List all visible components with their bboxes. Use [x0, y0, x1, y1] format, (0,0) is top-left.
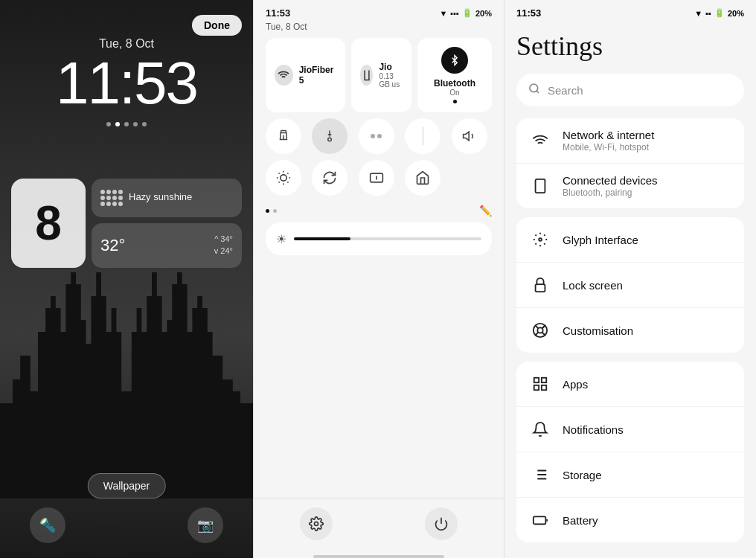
- brightness-track: [294, 237, 481, 240]
- dot-4: [133, 122, 138, 126]
- network-icon: [528, 129, 552, 153]
- mobile-name: Jio: [379, 62, 403, 72]
- rotate-toggle[interactable]: [312, 160, 347, 196]
- brightness-slider[interactable]: ☀: [266, 222, 492, 255]
- mobile-tile-icon: [360, 65, 374, 86]
- settings-time: 11:53: [516, 7, 541, 19]
- brightness-toggle[interactable]: [266, 160, 301, 196]
- lockscreen-date: Tue, 8 Oct: [0, 37, 253, 51]
- qs-dots: [266, 209, 277, 213]
- settings-item-lockscreen[interactable]: Lock screen: [516, 263, 744, 308]
- connected-item-text: Connected devices Bluetooth, pairing: [563, 174, 658, 198]
- qs-date: Tue, 8 Oct: [254, 22, 504, 38]
- settings-panel: 11:53 ▼ ▪▪ 🔋 20% Settings Search: [504, 0, 756, 558]
- svg-rect-32: [542, 378, 546, 382]
- svg-marker-3: [463, 132, 469, 141]
- svg-rect-41: [534, 516, 546, 524]
- dot-page-2: [273, 209, 277, 213]
- wallpaper-button[interactable]: Wallpaper: [88, 473, 166, 498]
- svg-point-15: [315, 522, 318, 526]
- svg-point-4: [281, 175, 286, 181]
- temp-main: 32°: [100, 236, 125, 255]
- svg-rect-34: [542, 385, 546, 390]
- network-title: Network & internet: [563, 129, 654, 141]
- weather-condition-label: Hazy sunshine: [129, 191, 192, 204]
- bluetooth-tile[interactable]: Bluetooth On: [417, 38, 492, 112]
- settings-button[interactable]: [300, 507, 333, 540]
- home-toggle[interactable]: [405, 160, 441, 196]
- settings-group-interface: Glyph Interface Lock screen: [516, 217, 744, 353]
- divider-toggle: [405, 118, 441, 154]
- lockscreen-time-section: Tue, 8 Oct 11:53: [0, 37, 253, 126]
- temp-toggle[interactable]: [312, 118, 347, 154]
- lockscreen-settings-title: Lock screen: [563, 279, 623, 292]
- battery-pct: 20%: [475, 9, 492, 18]
- settings-item-battery[interactable]: Battery: [516, 498, 744, 542]
- signal-icon: ▪▪▪: [450, 9, 459, 18]
- settings-group-apps: Apps Notifications: [516, 362, 744, 542]
- customisation-title: Customisation: [563, 324, 633, 337]
- torch-toggle[interactable]: [266, 118, 301, 154]
- battery-title: Battery: [563, 514, 598, 527]
- svg-point-17: [530, 84, 538, 92]
- flashlight-button[interactable]: 🔦: [30, 507, 65, 543]
- settings-group-network: Network & internet Mobile, Wi-Fi, hotspo…: [516, 118, 744, 208]
- settings-item-network[interactable]: Network & internet Mobile, Wi-Fi, hotspo…: [516, 118, 744, 164]
- camera-button[interactable]: 📷: [188, 507, 223, 543]
- svg-line-30: [536, 333, 539, 336]
- brightness-row: ☀: [254, 222, 504, 255]
- svg-line-12: [287, 173, 288, 174]
- qs-edit-button[interactable]: ✏️: [479, 205, 492, 217]
- settings-signal-icon: ▪▪: [705, 9, 711, 18]
- settings-battery-icon: 🔋: [714, 8, 725, 18]
- bluetooth-sub: On: [449, 89, 459, 97]
- home-bar: [313, 555, 444, 558]
- dot-3: [124, 122, 129, 126]
- quicksettings-panel: 11:53 ▼ ▪▪▪ 🔋 20% Tue, 8 Oct JioFiber 5: [253, 0, 504, 558]
- middle-toggle[interactable]: [359, 118, 394, 154]
- battery-settings-icon: [528, 508, 552, 532]
- settings-wifi-icon: ▼: [694, 9, 702, 18]
- network-sub: Mobile, Wi-Fi, hotspot: [563, 142, 654, 153]
- wifi-tile[interactable]: JioFiber 5: [266, 38, 345, 112]
- connected-sub: Bluetooth, pairing: [563, 187, 658, 198]
- settings-search-bar[interactable]: Search: [516, 74, 744, 106]
- svg-line-8: [287, 182, 288, 182]
- connected-devices-icon: [528, 174, 552, 198]
- apps-title: Apps: [563, 378, 588, 391]
- settings-item-apps[interactable]: Apps: [516, 362, 744, 407]
- wifi-icon: ▼: [439, 9, 447, 18]
- done-button[interactable]: Done: [192, 15, 242, 36]
- svg-line-18: [536, 91, 539, 93]
- volume-toggle[interactable]: [452, 118, 487, 154]
- mobile-info: Jio 0.13 GB us: [379, 62, 403, 89]
- qs-bottom-bar: [254, 498, 504, 552]
- bluetooth-label: Bluetooth: [434, 78, 475, 89]
- dot-1: [106, 122, 111, 126]
- settings-item-customisation[interactable]: Customisation: [516, 308, 744, 353]
- storage-icon: [528, 463, 552, 487]
- search-icon: [528, 83, 540, 97]
- svg-point-25: [537, 327, 542, 333]
- calendar-day: 8: [35, 199, 62, 247]
- notifications-title: Notifications: [563, 423, 624, 436]
- calendar-widget: 8: [11, 179, 86, 268]
- svg-line-26: [536, 326, 539, 329]
- mobile-tile[interactable]: Jio 0.13 GB us: [351, 38, 411, 112]
- nfc-toggle[interactable]: [359, 160, 394, 196]
- temp-low: v 24°: [214, 246, 233, 257]
- settings-item-connected[interactable]: Connected devices Bluetooth, pairing: [516, 164, 744, 208]
- settings-status-bar: 11:53 ▼ ▪▪ 🔋 20%: [504, 0, 756, 22]
- settings-item-glyph[interactable]: Glyph Interface: [516, 217, 744, 263]
- settings-item-notifications[interactable]: Notifications: [516, 407, 744, 452]
- glyph-icon: [528, 228, 552, 251]
- temp-high: ^ 34°: [214, 234, 233, 245]
- dot-5: [142, 122, 147, 126]
- svg-line-7: [279, 173, 280, 174]
- customisation-item-text: Customisation: [563, 324, 633, 337]
- wifi-name: JioFiber 5: [299, 65, 336, 86]
- brightness-icon: ☀: [276, 232, 286, 246]
- power-button[interactable]: [425, 507, 458, 540]
- settings-item-storage[interactable]: Storage: [516, 452, 744, 498]
- connected-title: Connected devices: [563, 174, 658, 187]
